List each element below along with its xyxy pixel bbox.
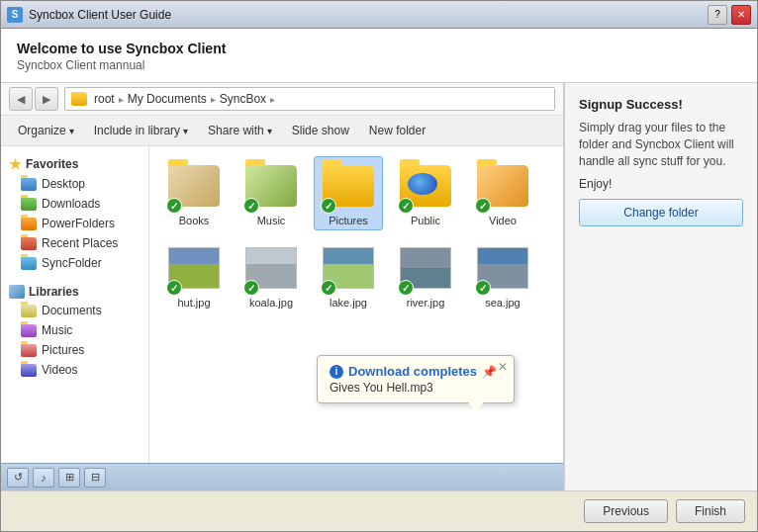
info-icon: i: [330, 365, 343, 379]
public-name: Public: [411, 215, 440, 226]
public-check-badge: ✓: [398, 198, 414, 214]
finish-button[interactable]: Finish: [676, 499, 745, 523]
powerfolders-icon: [21, 218, 37, 230]
titlebar-controls: ? ✕: [708, 5, 751, 25]
libraries-section-label: Libraries: [1, 281, 148, 301]
sidebar-item-desktop[interactable]: Desktop: [1, 174, 148, 194]
sidebar-item-downloads[interactable]: Downloads: [1, 194, 148, 214]
main-content: ◀ ▶ root ▸ My Documents ▸ SyncBox ▸ Orga…: [1, 83, 757, 490]
breadcrumb-root[interactable]: root: [94, 92, 115, 106]
explorer-body: ★ Favorites Desktop Downloads PowerFolde…: [1, 146, 563, 463]
music-icon: [21, 324, 37, 337]
file-item-hut[interactable]: ✓ hut.jpg: [159, 238, 229, 312]
organize-button[interactable]: Organize: [9, 120, 83, 141]
sidebar-label-music: Music: [42, 323, 72, 337]
sidebar-label-downloads: Downloads: [42, 197, 100, 211]
file-item-music[interactable]: ✓ Music: [237, 156, 306, 230]
river-name: river.jpg: [407, 297, 445, 309]
river-thumb: ✓: [400, 242, 451, 294]
taskbar-refresh-button[interactable]: ↺: [7, 468, 29, 488]
taskbar-settings-button[interactable]: ⊟: [84, 468, 106, 488]
explorer-panel: ◀ ▶ root ▸ My Documents ▸ SyncBox ▸ Orga…: [1, 83, 564, 490]
change-folder-button[interactable]: Change folder: [579, 199, 743, 226]
public-thumb: ✓: [400, 160, 451, 212]
tooltip-title: i Download completes 📌: [330, 364, 502, 379]
koala-check-badge: ✓: [243, 280, 259, 296]
header-title: Welcome to use Syncbox Client: [17, 41, 741, 56]
file-item-books[interactable]: ✓ Books: [159, 156, 229, 230]
file-item-video[interactable]: ✓ Video: [468, 156, 537, 230]
downloads-icon: [21, 198, 37, 211]
sidebar-label-documents: Documents: [42, 304, 102, 317]
file-item-public[interactable]: ✓ Public: [391, 156, 460, 230]
help-button[interactable]: ?: [708, 5, 727, 25]
share-with-button[interactable]: Share with: [199, 120, 281, 141]
titlebar: S Syncbox Client User Guide ? ✕: [1, 1, 757, 29]
tooltip-close-button[interactable]: ✕: [498, 360, 508, 374]
videos-icon: [21, 364, 37, 377]
pictures-thumb: ✓: [323, 160, 374, 212]
nav-back-forward: ◀ ▶: [9, 87, 58, 111]
file-item-sea[interactable]: ✓ sea.jpg: [468, 238, 537, 312]
tooltip-text: Gives You Hell.mp3: [330, 381, 502, 395]
sidebar-item-powerfolders[interactable]: PowerFolders: [1, 214, 148, 233]
breadcrumb-mydocs[interactable]: My Documents: [128, 92, 207, 106]
taskbar-screen-button[interactable]: ⊞: [58, 468, 80, 488]
sea-thumb: ✓: [477, 242, 528, 294]
sidebar-item-recent[interactable]: Recent Places: [1, 233, 148, 253]
music-check-badge: ✓: [243, 198, 259, 214]
back-button[interactable]: ◀: [9, 87, 33, 111]
header-section: Welcome to use Syncbox Client Syncbox Cl…: [1, 29, 757, 83]
breadcrumb-syncbox[interactable]: SyncBox: [220, 92, 266, 106]
sea-name: sea.jpg: [485, 297, 520, 309]
lake-name: lake.jpg: [330, 297, 367, 309]
toolbar: Organize Include in library Share with S…: [1, 116, 563, 146]
books-name: Books: [179, 215, 210, 226]
syncfolder-icon: [21, 257, 37, 270]
video-check-badge: ✓: [475, 198, 491, 214]
sidebar-item-syncfolder[interactable]: SyncFolder: [1, 253, 148, 273]
new-folder-button[interactable]: New folder: [360, 120, 434, 141]
documents-icon: [21, 305, 37, 317]
video-thumb: ✓: [477, 160, 528, 212]
slide-show-button[interactable]: Slide show: [283, 120, 358, 141]
pictures-check-badge: ✓: [321, 198, 336, 214]
download-tooltip: ✕ i Download completes 📌 Gives You Hell.…: [317, 355, 515, 403]
sidebar-item-pictures[interactable]: Pictures: [1, 340, 148, 360]
previous-button[interactable]: Previous: [584, 499, 668, 523]
sidebar-label-recent: Recent Places: [42, 236, 118, 250]
sidebar-item-music[interactable]: Music: [1, 320, 148, 340]
pictures-name: Pictures: [329, 215, 368, 226]
hut-check-badge: ✓: [166, 280, 182, 296]
footer: Previous Finish: [1, 490, 757, 531]
sidebar-item-videos[interactable]: Videos: [1, 360, 148, 380]
libraries-icon: [9, 285, 25, 299]
music-name: Music: [257, 215, 286, 226]
breadcrumb[interactable]: root ▸ My Documents ▸ SyncBox ▸: [64, 87, 555, 111]
taskbar-audio-button[interactable]: ♪: [33, 468, 54, 488]
desktop-icon: [21, 178, 37, 191]
file-item-lake[interactable]: ✓ lake.jpg: [314, 238, 383, 312]
sidebar-label-desktop: Desktop: [42, 177, 85, 191]
file-item-pictures[interactable]: ✓ Pictures: [314, 156, 383, 230]
sea-check-badge: ✓: [475, 280, 491, 296]
main-window: S Syncbox Client User Guide ? ✕ Welcome …: [0, 0, 758, 532]
forward-button[interactable]: ▶: [35, 87, 58, 111]
favorites-section-label: ★ Favorites: [1, 152, 148, 174]
koala-thumb: ✓: [245, 242, 297, 294]
lake-thumb: ✓: [323, 242, 374, 294]
video-name: Video: [489, 215, 517, 226]
app-icon: S: [7, 7, 23, 23]
books-thumb: ✓: [168, 160, 220, 212]
file-item-river[interactable]: ✓ river.jpg: [391, 238, 460, 312]
include-in-library-button[interactable]: Include in library: [85, 120, 197, 141]
sidebar-item-documents[interactable]: Documents: [1, 301, 148, 320]
pictures-icon: [21, 344, 37, 357]
books-check-badge: ✓: [166, 198, 182, 214]
folders-row: ✓ Books ✓ Music: [159, 156, 553, 230]
file-item-koala[interactable]: ✓ koala.jpg: [237, 238, 306, 312]
header-subtitle: Syncbox Client mannual: [17, 58, 741, 72]
tooltip-pin-icon: 📌: [482, 365, 497, 379]
music-thumb: ✓: [245, 160, 297, 212]
close-button[interactable]: ✕: [731, 5, 751, 25]
